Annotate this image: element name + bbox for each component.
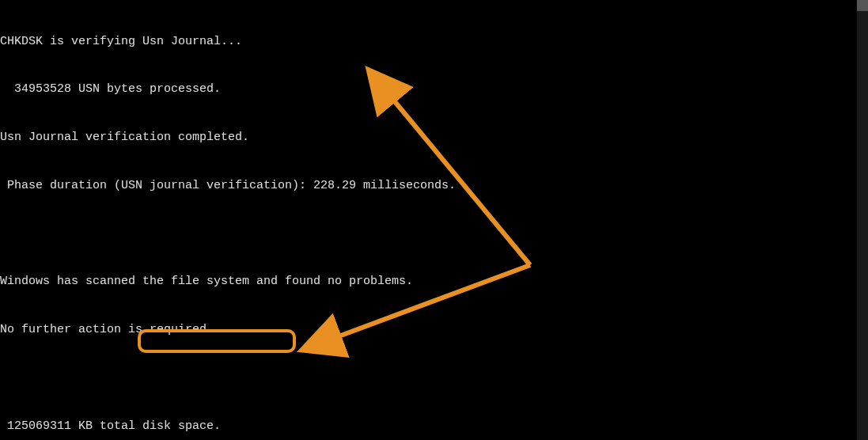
output-line: CHKDSK is verifying Usn Journal... xyxy=(0,34,868,50)
terminal-output[interactable]: CHKDSK is verifying Usn Journal... 34953… xyxy=(0,2,868,440)
output-line: Windows has scanned the file system and … xyxy=(0,274,868,290)
output-line xyxy=(0,370,868,386)
scrollbar-thumb[interactable] xyxy=(857,0,868,11)
output-line: 34953528 USN bytes processed. xyxy=(0,82,868,97)
output-line: Phase duration (USN journal verification… xyxy=(0,178,868,194)
output-line: No further action is required. xyxy=(0,322,868,338)
output-line xyxy=(0,226,868,242)
output-line: Usn Journal verification completed. xyxy=(0,130,868,146)
scrollbar[interactable] xyxy=(857,0,868,440)
output-line: 125069311 KB total disk space. xyxy=(0,419,868,434)
